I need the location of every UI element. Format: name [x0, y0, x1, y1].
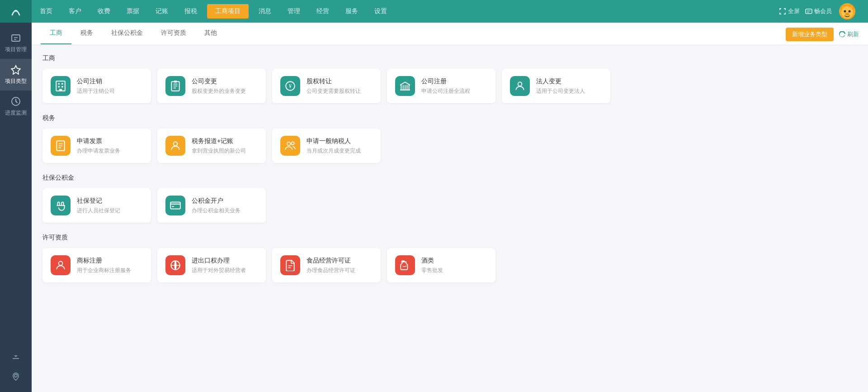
card-title: 社保登记 [77, 197, 143, 205]
section-税务: 税务申请发票办理申请发票业务税务报道+记账拿到营业执照的新公司申请一般纳税人当月… [42, 114, 857, 163]
card-icon [395, 255, 415, 275]
nav-item-收费[interactable]: 收费 [90, 0, 118, 23]
new-type-button[interactable]: 新增业务类型 [786, 28, 834, 41]
card-title: 食品经营许可证 [307, 257, 373, 265]
card-desc: 公司变更需要股权转让 [307, 87, 373, 95]
nav-item-消息[interactable]: 消息 [250, 0, 279, 23]
svg-text:¥: ¥ [289, 83, 292, 89]
refresh-button[interactable]: 刷新 [839, 30, 859, 38]
card-icon [165, 196, 185, 215]
svg-point-25 [287, 142, 291, 146]
card-进出口权办理[interactable]: 进出口权办理适用于对外贸易经营者 [157, 248, 266, 282]
sidebar-bottom [8, 348, 24, 385]
card-icon [280, 136, 300, 156]
sidebar-label: 进度监测 [5, 109, 27, 117]
nav-item-设置[interactable]: 设置 [366, 0, 395, 23]
card-text: 酒类零售批发 [421, 257, 487, 274]
svg-point-22 [518, 82, 522, 86]
card-text: 申请发票办理申请发票业务 [77, 137, 143, 155]
card-公司变更[interactable]: 公司变更股权变更外的业务变更 [157, 69, 266, 103]
sidebar-item-项目管理[interactable]: 项目管理 [0, 27, 32, 59]
nav-item-首页[interactable]: 首页 [32, 0, 61, 23]
card-desc: 用于企业商标注册服务 [77, 267, 143, 274]
nav-item-经营[interactable]: 经营 [308, 0, 337, 23]
nav-item-管理[interactable]: 管理 [279, 0, 308, 23]
card-desc: 进行人员社保登记 [77, 207, 143, 215]
scroll-area[interactable]: 工商公司注销适用于注销公司公司变更股权变更外的业务变更¥股权转让公司变更需要股权… [32, 45, 868, 392]
mascot-icon [837, 1, 857, 21]
tab-工商[interactable]: 工商 [41, 23, 71, 44]
cards-grid: 申请发票办理申请发票业务税务报道+记账拿到营业执照的新公司申请一般纳税人当月或次… [42, 129, 857, 163]
sidebar-item-项目类型[interactable]: 项目类型 [0, 59, 32, 91]
svg-point-29 [59, 261, 63, 265]
tab-其他[interactable]: 其他 [195, 23, 226, 44]
card-税务报道+记账[interactable]: 税务报道+记账拿到营业执照的新公司 [157, 129, 266, 163]
card-title: 申请一般纳税人 [307, 137, 373, 145]
card-公司注册[interactable]: 公司注册申请公司注册全流程 [387, 69, 495, 103]
svg-marker-9 [11, 66, 20, 74]
card-股权转让[interactable]: ¥股权转让公司变更需要股权转让 [272, 69, 381, 103]
content-area: 工商税务社保公积金许可资质其他 新增业务类型 刷新 工商公司注销适用于注销公司公… [32, 23, 868, 392]
tab-税务[interactable]: 税务 [71, 23, 102, 44]
section-社保公积金: 社保公积金社保登记进行人员社保登记公积金开户办理公积金相关业务 [42, 174, 857, 223]
card-text: 食品经营许可证办理食品经营许可证 [307, 257, 373, 274]
svg-point-24 [174, 142, 178, 146]
member-button[interactable]: 畅会员 [805, 7, 832, 15]
section-title: 税务 [42, 114, 857, 122]
card-公司注销[interactable]: 公司注销适用于注销公司 [42, 69, 151, 103]
nav-item-客户[interactable]: 客户 [61, 0, 90, 23]
card-icon [280, 255, 300, 275]
card-text: 法人变更适用于公司变更法人 [536, 77, 602, 95]
section-许可资质: 许可资质商标注册用于企业商标注册服务进出口权办理适用于对外贸易经营者食品经营许可… [42, 234, 857, 282]
card-title: 法人变更 [536, 77, 602, 86]
card-desc: 申请公司注册全流程 [421, 87, 487, 95]
card-desc: 办理食品经营许可证 [307, 267, 373, 274]
nav-item-服务[interactable]: 服务 [337, 0, 366, 23]
card-申请发票[interactable]: 申请发票办理申请发票业务 [42, 129, 151, 163]
card-title: 商标注册 [77, 257, 143, 265]
card-icon [395, 76, 415, 96]
tab-许可资质[interactable]: 许可资质 [152, 23, 195, 44]
svg-rect-13 [58, 83, 60, 85]
svg-rect-16 [61, 86, 63, 87]
card-酒类[interactable]: 酒类零售批发 [387, 248, 495, 282]
card-text: 税务报道+记账拿到营业执照的新公司 [192, 137, 258, 155]
card-title: 税务报道+记账 [192, 137, 258, 145]
svg-point-11 [14, 374, 17, 377]
sidebar: 项目管理项目类型进度监测 [0, 23, 32, 392]
card-法人变更[interactable]: 法人变更适用于公司变更法人 [502, 69, 610, 103]
card-desc: 股权变更外的业务变更 [192, 87, 258, 95]
card-desc: 零售批发 [421, 267, 487, 274]
card-desc: 拿到营业执照的新公司 [192, 147, 258, 155]
download-icon[interactable] [8, 348, 24, 364]
card-text: 申请一般纳税人当月或次月成变更完成 [307, 137, 373, 155]
card-title: 进出口权办理 [192, 257, 258, 265]
card-title: 公司注册 [421, 77, 487, 86]
card-desc: 办理申请发票业务 [77, 147, 143, 155]
card-公积金开户[interactable]: 公积金开户办理公积金相关业务 [157, 188, 266, 223]
card-text: 进出口权办理适用于对外贸易经营者 [192, 257, 258, 274]
tab-社保公积金[interactable]: 社保公积金 [102, 23, 152, 44]
section-title: 社保公积金 [42, 174, 857, 182]
nav-item-报税[interactable]: 报税 [176, 0, 205, 23]
nav-item-记账[interactable]: 记账 [147, 0, 176, 23]
card-icon: ¥ [280, 76, 300, 96]
card-商标注册[interactable]: 商标注册用于企业商标注册服务 [42, 248, 151, 282]
card-desc: 当月或次月成变更完成 [307, 147, 373, 155]
svg-rect-15 [58, 86, 60, 87]
card-申请一般纳税人[interactable]: 申请一般纳税人当月或次月成变更完成 [272, 129, 381, 163]
fullscreen-button[interactable]: 全屏 [779, 7, 800, 15]
tab-bar: 工商税务社保公积金许可资质其他 新增业务类型 刷新 [32, 23, 868, 45]
sidebar-item-进度监测[interactable]: 进度监测 [0, 91, 32, 122]
nav-item-票据[interactable]: 票据 [118, 0, 147, 23]
card-食品经营许可证[interactable]: 食品经营许可证办理食品经营许可证 [272, 248, 381, 282]
top-nav: 首页客户收费票据记账报税工商项目消息管理经营服务设置 全屏 畅会员 [0, 0, 868, 23]
card-icon [510, 76, 530, 96]
card-text: 公积金开户办理公积金相关业务 [192, 197, 258, 215]
nav-item-工商项目[interactable]: 工商项目 [207, 4, 249, 19]
card-title: 公司变更 [192, 77, 258, 86]
location-icon[interactable] [8, 368, 24, 385]
card-社保登记[interactable]: 社保登记进行人员社保登记 [42, 188, 151, 223]
card-text: 商标注册用于企业商标注册服务 [77, 257, 143, 274]
card-desc: 适用于注销公司 [77, 87, 143, 95]
